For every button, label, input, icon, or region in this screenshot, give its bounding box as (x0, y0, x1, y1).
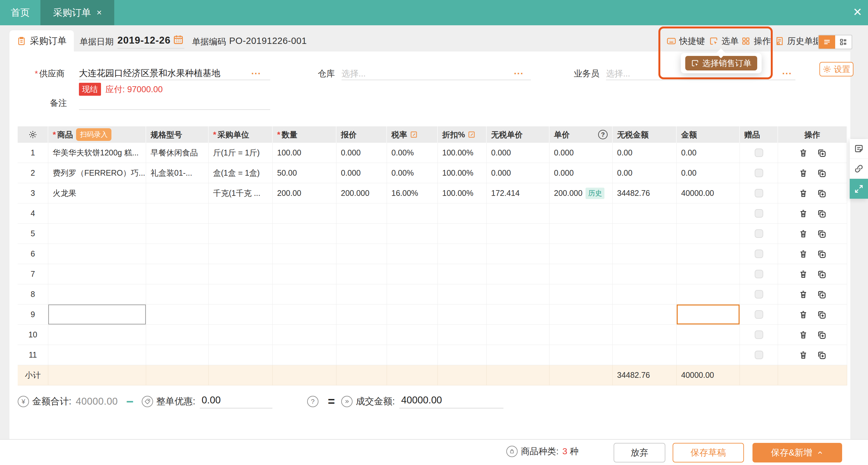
price-cell[interactable]: 200.000历史 (550, 183, 613, 203)
spec-cell[interactable]: 礼盒装01-... (146, 163, 209, 183)
notax-amount-cell[interactable] (613, 284, 677, 304)
quote-cell[interactable] (337, 345, 387, 365)
price-cell[interactable] (550, 203, 613, 224)
delete-row-icon[interactable] (799, 269, 808, 279)
warehouse-more-icon[interactable]: ... (514, 66, 524, 77)
tax-cell[interactable] (387, 325, 438, 345)
salesman-placeholder[interactable]: 选择... (606, 68, 630, 79)
window-close-icon[interactable]: × (853, 4, 862, 19)
gift-checkbox[interactable] (755, 290, 763, 298)
qty-cell[interactable] (273, 264, 337, 284)
discount-cell[interactable] (438, 325, 487, 345)
product-cell[interactable] (48, 244, 146, 264)
remark-input[interactable] (79, 109, 270, 110)
delete-row-icon[interactable] (799, 148, 808, 157)
gift-checkbox[interactable] (755, 189, 763, 198)
notax-price-cell[interactable] (487, 304, 550, 325)
amount-cell[interactable] (677, 325, 740, 345)
qty-cell[interactable]: 200.00 (273, 183, 337, 203)
notax-amount-cell[interactable] (613, 224, 677, 244)
copy-row-icon[interactable] (817, 290, 826, 299)
unit-cell[interactable] (209, 325, 273, 345)
quote-cell[interactable] (337, 224, 387, 244)
gift-checkbox[interactable] (755, 270, 763, 278)
copy-row-icon[interactable] (817, 188, 826, 198)
amount-cell[interactable] (677, 264, 740, 284)
copy-row-icon[interactable] (817, 269, 826, 279)
gift-checkbox[interactable] (755, 229, 763, 238)
spec-cell[interactable] (146, 304, 209, 325)
quote-cell[interactable] (337, 203, 387, 224)
price-cell[interactable]: 0.000 (550, 143, 613, 163)
supplier-value[interactable]: 大连花园口经济区景和水果种植基地 (79, 67, 270, 79)
product-cell[interactable] (48, 264, 146, 284)
gift-checkbox[interactable] (755, 330, 763, 339)
tax-cell[interactable] (387, 224, 438, 244)
notax-amount-cell[interactable] (613, 325, 677, 345)
qty-cell[interactable] (273, 244, 337, 264)
amount-cell[interactable]: 0.00 (677, 163, 740, 183)
unit-cell[interactable] (209, 264, 273, 284)
price-cell[interactable] (550, 244, 613, 264)
spec-cell[interactable] (146, 203, 209, 224)
delete-row-icon[interactable] (799, 168, 808, 178)
price-cell[interactable] (550, 345, 613, 365)
amount-cell[interactable]: 0.00 (677, 143, 740, 163)
product-cell[interactable]: 费列罗（FERRERO）巧... (48, 163, 146, 183)
gift-checkbox[interactable] (755, 250, 763, 258)
price-cell[interactable] (550, 284, 613, 304)
product-cell[interactable] (48, 345, 146, 365)
gift-checkbox[interactable] (755, 148, 763, 157)
pick-order-button[interactable]: 选单 (709, 35, 739, 47)
tax-cell[interactable] (387, 264, 438, 284)
price-cell[interactable] (550, 325, 613, 345)
edit-icon[interactable] (467, 130, 476, 139)
quote-cell[interactable]: 0.000 (337, 163, 387, 183)
copy-row-icon[interactable] (817, 229, 826, 238)
notax-amount-cell[interactable] (613, 264, 677, 284)
amount-cell[interactable]: 40000.00 (677, 183, 740, 203)
quote-cell[interactable] (337, 325, 387, 345)
spec-cell[interactable] (146, 345, 209, 365)
warehouse-placeholder[interactable]: 选择... (342, 68, 366, 79)
product-cell[interactable]: 华美华夫软饼1200g 糕... (48, 143, 146, 163)
price-help-icon[interactable]: ? (598, 130, 608, 139)
unit-cell[interactable] (209, 203, 273, 224)
discount-cell[interactable] (438, 264, 487, 284)
header-more-icon[interactable]: ... (782, 66, 792, 77)
shortcut-keys-button[interactable]: 快捷键 (666, 35, 705, 47)
tab-home[interactable]: 首页 (0, 0, 40, 25)
price-cell[interactable] (550, 304, 613, 325)
history-price-badge[interactable]: 历史 (586, 187, 604, 199)
product-cell[interactable]: 火龙果 (48, 183, 146, 203)
spec-cell[interactable] (146, 183, 209, 203)
card-view-button[interactable] (835, 35, 851, 49)
notax-amount-cell[interactable] (613, 345, 677, 365)
product-cell[interactable] (48, 284, 146, 304)
discount-cell[interactable] (438, 304, 487, 325)
delete-row-icon[interactable] (799, 188, 808, 198)
amount-cell[interactable] (677, 304, 740, 325)
notax-price-cell[interactable] (487, 224, 550, 244)
tax-cell[interactable] (387, 284, 438, 304)
quote-cell[interactable]: 200.000 (337, 183, 387, 203)
save-and-new-button[interactable]: 保存&新增 (752, 443, 842, 463)
qty-cell[interactable]: 50.00 (273, 163, 337, 183)
amount-cell[interactable] (677, 284, 740, 304)
delete-row-icon[interactable] (799, 310, 808, 319)
price-cell[interactable] (550, 224, 613, 244)
price-cell[interactable]: 0.000 (550, 163, 613, 183)
copy-row-icon[interactable] (817, 249, 826, 259)
spec-cell[interactable] (146, 224, 209, 244)
qty-cell[interactable] (273, 284, 337, 304)
spec-cell[interactable] (146, 264, 209, 284)
amount-cell[interactable] (677, 224, 740, 244)
notax-price-cell[interactable] (487, 203, 550, 224)
unit-cell[interactable] (209, 224, 273, 244)
discount-cell[interactable] (438, 345, 487, 365)
qty-cell[interactable] (273, 203, 337, 224)
notax-price-cell[interactable] (487, 325, 550, 345)
amount-cell[interactable] (677, 345, 740, 365)
doc-type-tab[interactable]: 采购订单 (9, 30, 74, 52)
list-view-button[interactable] (819, 35, 835, 49)
